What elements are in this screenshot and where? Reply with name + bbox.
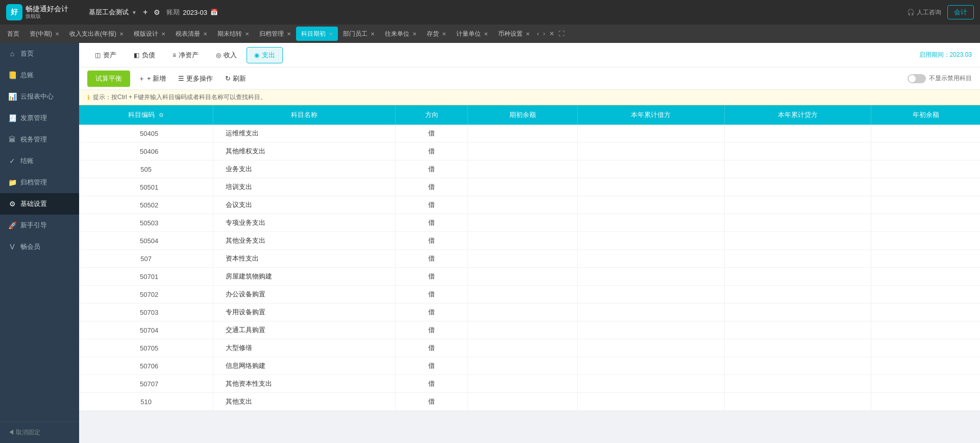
sub-tab-net-asset[interactable]: ≡ 净资产 xyxy=(165,47,206,63)
cell-opening-balance xyxy=(468,196,578,214)
tab-close-all-button[interactable]: ✕ xyxy=(547,30,556,37)
tab-tax-clear[interactable]: 税表清册 ✕ xyxy=(170,27,212,41)
hint-bar: ℹ 提示：按Ctrl + F键并输入科目编码或者科目名称可以查找科目。 xyxy=(79,90,980,105)
tab-counterpart[interactable]: 往来单位 ✕ xyxy=(380,27,422,41)
add-button[interactable]: ＋ + 新增 xyxy=(134,72,170,85)
table-row[interactable]: 50704交通工具购置借 xyxy=(79,321,980,339)
table-row[interactable]: 50502会议支出借 xyxy=(79,196,980,214)
home-icon: ⌂ xyxy=(8,50,16,58)
tab-close-unit[interactable]: ✕ xyxy=(484,31,488,37)
sub-tab-expense[interactable]: ◉ 支出 xyxy=(247,47,283,63)
tab-home[interactable]: 首页 xyxy=(2,27,24,41)
cell-name: 资本性支出 xyxy=(213,250,396,268)
tab-currency[interactable]: 币种设置 ✕ xyxy=(493,27,535,41)
calendar-icon[interactable]: 📅 xyxy=(210,9,218,16)
tab-template[interactable]: 模版设计 ✕ xyxy=(129,27,170,41)
calc-balance-button[interactable]: 试算平衡 xyxy=(87,71,130,87)
sub-tab-income[interactable]: ◎ 收入 xyxy=(208,47,244,63)
tab-prev-button[interactable]: ‹ xyxy=(535,30,541,37)
table-row[interactable]: 50501培训支出借 xyxy=(79,178,980,196)
add-company-button[interactable]: + xyxy=(143,8,148,17)
guide-icon: 🚀 xyxy=(8,221,16,229)
column-settings-icon[interactable]: ⚙ xyxy=(159,112,164,119)
cell-beginning-balance xyxy=(871,304,980,321)
table-row[interactable]: 505业务支出借 xyxy=(79,160,980,178)
cell-code: 510 xyxy=(79,393,213,411)
net-asset-icon: ≡ xyxy=(173,52,176,59)
table-row[interactable]: 50405运维维支出借 xyxy=(79,125,980,143)
sidebar-item-basic-settings[interactable]: ⚙ 基础设置 xyxy=(0,193,79,215)
tab-close-currency[interactable]: ✕ xyxy=(526,31,530,37)
tab-income-annual[interactable]: 收入支出表(年报) ✕ xyxy=(64,27,129,41)
sidebar-item-label: 发票管理 xyxy=(20,113,47,123)
tab-next-button[interactable]: › xyxy=(541,30,547,37)
sidebar-item-home[interactable]: ⌂ 首页 xyxy=(0,43,79,64)
cell-name: 其他维权支出 xyxy=(213,143,396,160)
table-row[interactable]: 510其他支出借 xyxy=(79,393,980,411)
cell-code: 50701 xyxy=(79,268,213,286)
tab-period-end[interactable]: 期末结转 ✕ xyxy=(212,27,254,41)
table-row[interactable]: 50705大型修缮借 xyxy=(79,339,980,357)
sub-tab-income-label: 收入 xyxy=(224,51,237,60)
table-row[interactable]: 50701房屋建筑物购建借 xyxy=(79,268,980,286)
tab-department[interactable]: 部门员工 ✕ xyxy=(338,27,380,41)
cell-beginning-balance xyxy=(871,375,980,393)
cell-name: 其他业务支出 xyxy=(213,232,396,250)
customer-service-btn[interactable]: 🎧 人工咨询 xyxy=(907,8,941,17)
company-selector[interactable]: 基层工会测试 ▼ xyxy=(89,8,137,17)
toggle-disabled-subjects[interactable]: 不显示禁用科目 xyxy=(908,74,972,83)
cell-direction: 借 xyxy=(396,357,468,375)
sub-tab-liability[interactable]: ◧ 负债 xyxy=(126,47,163,63)
tab-close-inventory[interactable]: ✕ xyxy=(442,31,446,37)
cell-code: 50406 xyxy=(79,143,213,160)
sidebar-item-archive[interactable]: 📁 归档管理 xyxy=(0,172,79,193)
table-row[interactable]: 50406其他维权支出借 xyxy=(79,143,980,160)
tab-close-income-annual[interactable]: ✕ xyxy=(119,31,124,37)
tab-close-subject-period[interactable]: ✕ xyxy=(329,31,333,37)
toggle-input[interactable] xyxy=(908,74,926,83)
archive-icon: 📁 xyxy=(8,178,16,186)
sidebar-collapse-btn[interactable]: ◀ 取消固定 xyxy=(0,422,79,443)
tab-close-period-end[interactable]: ✕ xyxy=(245,31,249,37)
tab-close-template[interactable]: ✕ xyxy=(161,31,165,37)
tab-unit[interactable]: 计量单位 ✕ xyxy=(451,27,493,41)
sub-tab-asset[interactable]: ◫ 资产 xyxy=(87,47,124,63)
table-row[interactable]: 50503专项业务支出借 xyxy=(79,214,980,232)
sidebar-item-checkout[interactable]: ✓ 结账 xyxy=(0,150,79,172)
sidebar-item-label: 税务管理 xyxy=(20,135,47,144)
tab-subject-period[interactable]: 科目期初 ✕ xyxy=(296,27,338,41)
cell-beginning-balance xyxy=(871,143,980,160)
table-row[interactable]: 50707其他资本性支出借 xyxy=(79,375,980,393)
tab-close-interim[interactable]: ✕ xyxy=(55,31,59,37)
more-actions-button[interactable]: ☰ 更多操作 xyxy=(174,72,217,85)
refresh-button[interactable]: ↻ 刷新 xyxy=(221,72,250,85)
tab-archive[interactable]: 归档管理 ✕ xyxy=(254,27,296,41)
sidebar-item-invoice[interactable]: 🧾 发票管理 xyxy=(0,107,79,129)
sidebar-item-member[interactable]: V 畅会员 xyxy=(0,236,79,258)
cell-beginning-balance xyxy=(871,160,980,178)
sidebar-item-guide[interactable]: 🚀 新手引导 xyxy=(0,215,79,236)
tab-close-tax-clear[interactable]: ✕ xyxy=(203,31,207,37)
tab-maximize-button[interactable]: ⛶ xyxy=(556,30,567,37)
settings-button[interactable]: ⚙ xyxy=(154,8,160,16)
sidebar-item-report-center[interactable]: 📊 云报表中心 xyxy=(0,86,79,107)
tab-interim[interactable]: 资(中期) ✕ xyxy=(24,27,64,41)
cell-direction: 借 xyxy=(396,214,468,232)
table-row[interactable]: 50504其他业务支出借 xyxy=(79,232,980,250)
table-row[interactable]: 507资本性支出借 xyxy=(79,250,980,268)
sidebar-item-general-ledger[interactable]: 📒 总账 xyxy=(0,64,79,86)
sidebar-item-label: 基础设置 xyxy=(20,199,47,208)
tab-close-department[interactable]: ✕ xyxy=(371,31,375,37)
cell-ytd-credit xyxy=(724,232,871,250)
table-row[interactable]: 50703专用设备购置借 xyxy=(79,304,980,321)
col-header-ytd-debit: 本年累计借方 xyxy=(578,105,724,125)
tab-close-archive[interactable]: ✕ xyxy=(287,31,291,37)
tab-close-counterpart[interactable]: ✕ xyxy=(412,31,416,37)
cell-direction: 借 xyxy=(396,196,468,214)
table-row[interactable]: 50702办公设备购置借 xyxy=(79,286,980,304)
sidebar-item-tax[interactable]: 🏛 税务管理 xyxy=(0,129,79,150)
table-row[interactable]: 50706信息网络购建借 xyxy=(79,357,980,375)
tab-inventory[interactable]: 存货 ✕ xyxy=(422,27,451,41)
account-type-button[interactable]: 会计 xyxy=(947,5,974,19)
cell-name: 运维维支出 xyxy=(213,125,396,143)
